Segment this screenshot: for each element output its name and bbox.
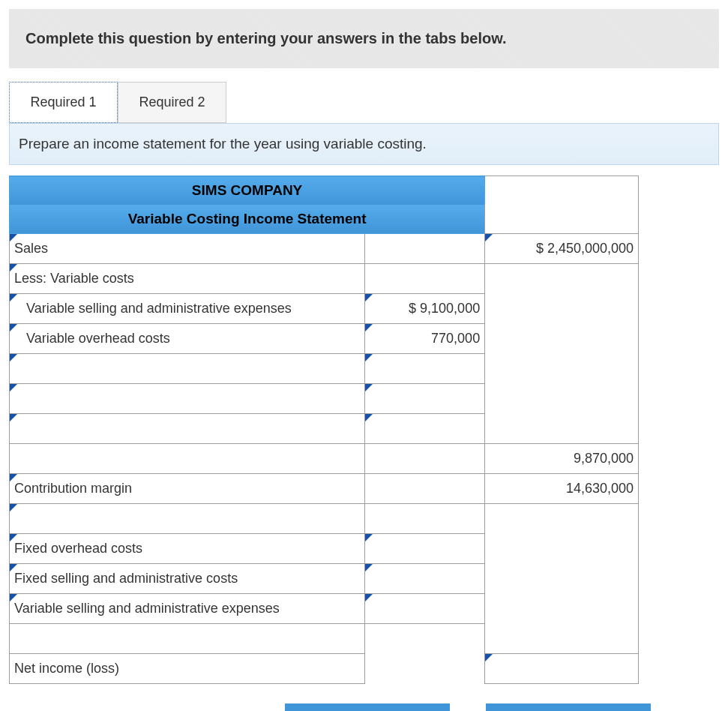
tabs: Required 1 Required 2 — [9, 82, 728, 123]
row-blank1-label[interactable] — [10, 354, 365, 384]
row-fsa-label[interactable]: Fixed selling and administrative costs — [10, 564, 365, 594]
row-voc-label[interactable]: Variable overhead costs — [10, 324, 365, 354]
row-blank2-col2[interactable] — [365, 384, 485, 414]
row-ni-label[interactable]: Net income (loss) — [10, 654, 365, 684]
row-voc-col3 — [485, 324, 639, 354]
row-blank4-col3 — [485, 504, 639, 534]
row-sales-col2[interactable] — [365, 234, 485, 264]
row-foc-col3 — [485, 534, 639, 564]
row-blank3-col2[interactable] — [365, 414, 485, 444]
row-sales-label[interactable]: Sales — [10, 234, 365, 264]
row-voc-amount[interactable]: 770,000 — [365, 324, 485, 354]
row-cm-col2[interactable] — [365, 474, 485, 504]
row-fsa-amount[interactable] — [365, 564, 485, 594]
row-vsa2-col3 — [485, 594, 639, 624]
row-blank3-col3 — [485, 414, 639, 444]
row-blank2-label[interactable] — [10, 384, 365, 414]
statement-title: Variable Costing Income Statement — [10, 205, 485, 234]
row-ni-col2 — [365, 654, 485, 684]
row-cm-label[interactable]: Contribution margin — [10, 474, 365, 504]
tab-required-1[interactable]: Required 1 — [9, 82, 118, 123]
nav-button-next[interactable] — [486, 704, 651, 711]
row-blank3-label[interactable] — [10, 414, 365, 444]
row-foc-label[interactable]: Fixed overhead costs — [10, 534, 365, 564]
tab-required-2[interactable]: Required 2 — [118, 82, 226, 123]
row-ni-amount[interactable] — [485, 654, 639, 684]
company-header: SIMS COMPANY — [10, 176, 485, 206]
row-blank2-col3 — [485, 384, 639, 414]
row-subtotal-col2[interactable] — [365, 444, 485, 474]
row-subtotal-amount[interactable]: 9,870,000 — [485, 444, 639, 474]
row-blank5-col3 — [485, 624, 639, 654]
row-vsa-label[interactable]: Variable selling and administrative expe… — [10, 294, 365, 324]
row-vsa-col3 — [485, 294, 639, 324]
instruction-banner: Complete this question by entering your … — [9, 9, 719, 68]
worksheet: SIMS COMPANY Variable Costing Income Sta… — [9, 176, 639, 684]
row-vsa2-label[interactable]: Variable selling and administrative expe… — [10, 594, 365, 624]
row-less-variable-col2 — [365, 264, 485, 294]
row-blank4-col2 — [365, 504, 485, 534]
row-blank4-label[interactable] — [10, 504, 365, 534]
row-less-variable-col3 — [485, 264, 639, 294]
question-prompt: Prepare an income statement for the year… — [9, 123, 719, 165]
row-less-variable[interactable]: Less: Variable costs — [10, 264, 365, 294]
row-blank5-col2 — [365, 624, 485, 654]
row-foc-amount[interactable] — [365, 534, 485, 564]
nav-button-prev[interactable] — [285, 704, 450, 711]
income-statement-table: SIMS COMPANY Variable Costing Income Sta… — [9, 176, 639, 684]
row-subtotal-label[interactable] — [10, 444, 365, 474]
row-sales-amount[interactable]: $ 2,450,000,000 — [485, 234, 639, 264]
row-blank1-col2[interactable] — [365, 354, 485, 384]
row-blank5-label[interactable] — [10, 624, 365, 654]
row-vsa2-amount[interactable] — [365, 594, 485, 624]
row-vsa-amount[interactable]: $ 9,100,000 — [365, 294, 485, 324]
row-cm-amount[interactable]: 14,630,000 — [485, 474, 639, 504]
row-fsa-col3 — [485, 564, 639, 594]
row-blank1-col3 — [485, 354, 639, 384]
